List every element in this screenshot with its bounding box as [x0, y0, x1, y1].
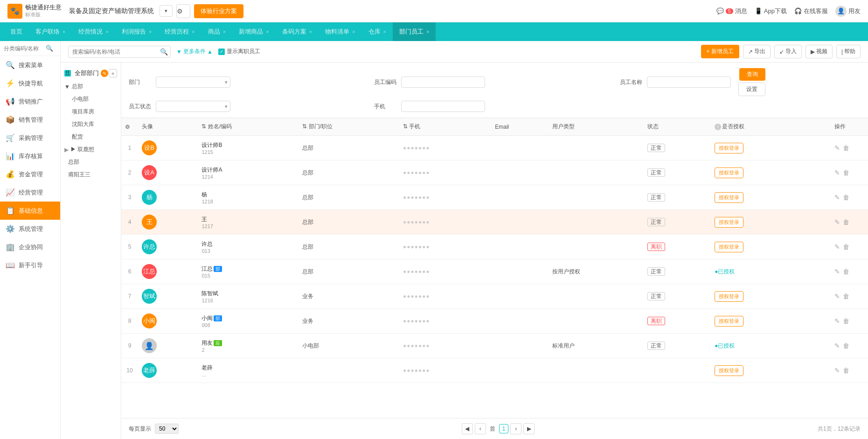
dept-item-zongbu2[interactable]: 总部	[61, 156, 121, 168]
import-btn[interactable]: ↙ 导入	[774, 45, 802, 58]
auth-login-btn[interactable]: 授权登录	[715, 167, 743, 178]
phone-input[interactable]	[401, 101, 485, 112]
cell-auth[interactable]: 授权登录	[711, 185, 811, 210]
nav-tab-new-goods[interactable]: 新增商品 ×	[232, 22, 275, 41]
cell-auth[interactable]: 授权登录	[711, 136, 811, 160]
sidebar-item-inventory[interactable]: 📊 库存核算	[0, 147, 60, 165]
nav-tab-profit[interactable]: 利润报告 ×	[115, 22, 158, 41]
edit-icon[interactable]: ✎	[834, 342, 840, 349]
dept-item-peihuo[interactable]: 配货	[61, 131, 121, 143]
sidebar-item-ops[interactable]: 📈 经营管理	[0, 183, 60, 202]
delete-icon[interactable]: 🗑	[843, 218, 849, 226]
set-btn[interactable]: 设置	[738, 83, 765, 96]
query-btn[interactable]: 查询	[739, 68, 765, 81]
auth-login-btn[interactable]: 授权登录	[715, 291, 743, 302]
nav-tab-home[interactable]: 首页	[4, 22, 29, 41]
cell-auth[interactable]: 授权登录	[711, 358, 811, 383]
delete-icon[interactable]: 🗑	[843, 243, 849, 251]
col-settings-icon[interactable]: ⚙	[125, 124, 130, 130]
status-select[interactable]	[156, 101, 230, 112]
dept-collapse-btn[interactable]: «	[109, 69, 117, 77]
col-settings[interactable]: ⚙	[121, 118, 138, 136]
close-profit-tab[interactable]: ×	[149, 22, 152, 41]
cell-auth[interactable]: ●已授权	[711, 334, 811, 358]
dept-item-puyangwang[interactable]: 甫阳王三	[61, 168, 121, 181]
nav-search-icon[interactable]: 🔍	[46, 45, 53, 52]
dept-item-zongbu[interactable]: ▼ 总部	[61, 80, 121, 93]
user-menu-btn[interactable]: 👤 用友	[835, 6, 861, 17]
dept-edit-icon[interactable]: ✎	[101, 70, 108, 77]
auth-login-btn[interactable]: 授权登录	[715, 316, 743, 327]
delete-icon[interactable]: 🗑	[843, 169, 849, 176]
sidebar-item-guide[interactable]: 📖 新手引导	[0, 256, 60, 274]
nav-search-input[interactable]	[4, 45, 46, 52]
nav-tab-bom[interactable]: 物料清单 ×	[319, 22, 361, 41]
page-size-select[interactable]: 50 100	[155, 424, 179, 434]
edit-icon[interactable]: ✎	[834, 194, 840, 201]
dept-item-shuangmeng[interactable]: ▶ ▶ 双鹿想	[61, 143, 121, 156]
close-barcode-tab[interactable]: ×	[309, 22, 312, 41]
close-goods-tab[interactable]: ×	[223, 22, 226, 41]
cell-auth[interactable]: 授权登录	[711, 235, 811, 259]
delete-icon[interactable]: 🗑	[843, 342, 849, 349]
auth-login-btn[interactable]: 授权登录	[715, 192, 743, 203]
dept-item-shenyang[interactable]: 沈阳大库	[61, 118, 121, 131]
last-page-btn[interactable]: ▶	[523, 423, 535, 434]
close-history-tab[interactable]: ×	[192, 22, 194, 41]
help-btn[interactable]: | 帮助	[836, 45, 861, 58]
col-name-code[interactable]: ⇅ 姓名/编码	[198, 118, 299, 136]
nav-tab-operations[interactable]: 经营情况 ×	[72, 22, 115, 41]
message-btn[interactable]: 💬 5 消息	[716, 7, 747, 15]
empcode-input[interactable]	[401, 77, 485, 88]
delete-icon[interactable]: 🗑	[843, 268, 849, 275]
delete-icon[interactable]: 🗑	[843, 293, 849, 300]
cell-auth[interactable]: 授权登录	[711, 210, 811, 235]
sidebar-item-shortcut[interactable]: ⚡ 快捷导航	[0, 74, 60, 92]
first-page-btn[interactable]: ◀	[462, 423, 473, 434]
delete-icon[interactable]: 🗑	[843, 367, 849, 374]
add-employee-btn[interactable]: + 新增员工	[701, 45, 739, 58]
next-page-btn[interactable]: ›	[510, 423, 521, 434]
more-filter-btn[interactable]: ▼ 更多条件 ▲	[176, 48, 213, 56]
sidebar-item-marketing[interactable]: 📢 营销推广	[0, 92, 60, 111]
auth-login-btn[interactable]: 授权登录	[715, 217, 743, 228]
dept-item-xiangmu[interactable]: 项目库房	[61, 105, 121, 118]
auth-login-btn[interactable]: 授权登录	[715, 365, 743, 376]
sidebar-item-finance[interactable]: 💰 资金管理	[0, 165, 60, 183]
delete-icon[interactable]: 🗑	[843, 317, 849, 325]
sidebar-item-search[interactable]: 🔍 搜索菜单	[0, 56, 60, 74]
col-phone[interactable]: ⇅ 手机	[399, 118, 491, 136]
cell-auth[interactable]: 授权登录	[711, 309, 811, 334]
cell-auth[interactable]: 授权登录	[711, 160, 811, 185]
nav-tab-warehouse[interactable]: 仓库 ×	[362, 22, 393, 41]
edit-icon[interactable]: ✎	[834, 367, 840, 374]
edit-icon[interactable]: ✎	[834, 317, 840, 325]
edit-icon[interactable]: ✎	[834, 293, 840, 300]
sidebar-item-sales[interactable]: 📦 销售管理	[0, 111, 60, 129]
close-warehouse-tab[interactable]: ×	[383, 22, 386, 41]
sidebar-item-system[interactable]: ⚙️ 系统管理	[0, 220, 60, 238]
close-bom-tab[interactable]: ×	[352, 22, 355, 41]
sidebar-item-basicinfo[interactable]: 📋 基础信息	[0, 202, 60, 220]
close-customer-tab[interactable]: ×	[62, 22, 65, 41]
nav-tab-barcode[interactable]: 条码方案 ×	[276, 22, 319, 41]
dept-select[interactable]	[156, 77, 230, 88]
col-dept-position[interactable]: ⇅ 部门/职位	[299, 118, 399, 136]
close-dept-staff-tab[interactable]: ×	[426, 22, 429, 41]
nav-tab-dept-staff[interactable]: 部门员工 ×	[393, 22, 436, 41]
sidebar-item-purchase[interactable]: 🛒 采购管理	[0, 129, 60, 147]
auth-login-btn[interactable]: 授权登录	[715, 242, 743, 252]
trial-btn[interactable]: 体验行业方案	[194, 4, 243, 18]
cell-auth[interactable]: 授权登录	[711, 284, 811, 309]
search-input[interactable]	[68, 46, 171, 58]
close-new-goods-tab[interactable]: ×	[266, 22, 269, 41]
close-operations-tab[interactable]: ×	[105, 22, 108, 41]
search-icon[interactable]: 🔍	[160, 48, 168, 56]
delete-icon[interactable]: 🗑	[843, 144, 849, 152]
sys-dropdown-btn[interactable]: ▾	[160, 5, 173, 17]
nav-tab-goods[interactable]: 商品 ×	[201, 22, 232, 41]
auth-login-btn[interactable]: 授权登录	[715, 143, 743, 153]
cell-auth[interactable]: ●已授权	[711, 259, 811, 284]
settings-icon-btn[interactable]: ⚙	[176, 4, 190, 18]
app-download-btn[interactable]: 📱 App下载	[755, 7, 787, 15]
